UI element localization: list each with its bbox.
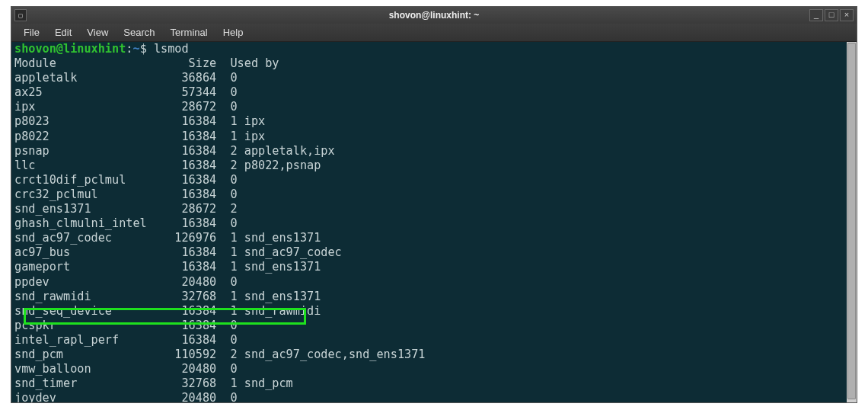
menu-terminal[interactable]: Terminal	[163, 25, 215, 40]
terminal-area: shovon@linuxhint:~$ lsmod Module Size Us…	[11, 42, 857, 402]
minimize-button[interactable]: _	[809, 9, 823, 21]
menubar: File Edit View Search Terminal Help	[11, 24, 857, 42]
menu-help[interactable]: Help	[215, 25, 251, 40]
terminal-window: ▢ shovon@linuxhint: ~ _ □ × File Edit Vi…	[11, 6, 857, 403]
scrollbar[interactable]	[847, 42, 857, 402]
maximize-button[interactable]: □	[825, 9, 838, 21]
app-icon: ▢	[14, 9, 27, 21]
menu-search[interactable]: Search	[116, 25, 162, 40]
menu-view[interactable]: View	[79, 25, 116, 40]
window-title: shovon@linuxhint: ~	[389, 10, 480, 21]
menu-edit[interactable]: Edit	[47, 25, 79, 40]
terminal-output[interactable]: shovon@linuxhint:~$ lsmod Module Size Us…	[11, 42, 857, 402]
window-controls: _ □ ×	[809, 9, 854, 21]
menu-file[interactable]: File	[16, 25, 47, 40]
scroll-thumb[interactable]	[847, 43, 856, 399]
titlebar[interactable]: ▢ shovon@linuxhint: ~ _ □ ×	[11, 7, 857, 24]
close-button[interactable]: ×	[840, 9, 854, 21]
